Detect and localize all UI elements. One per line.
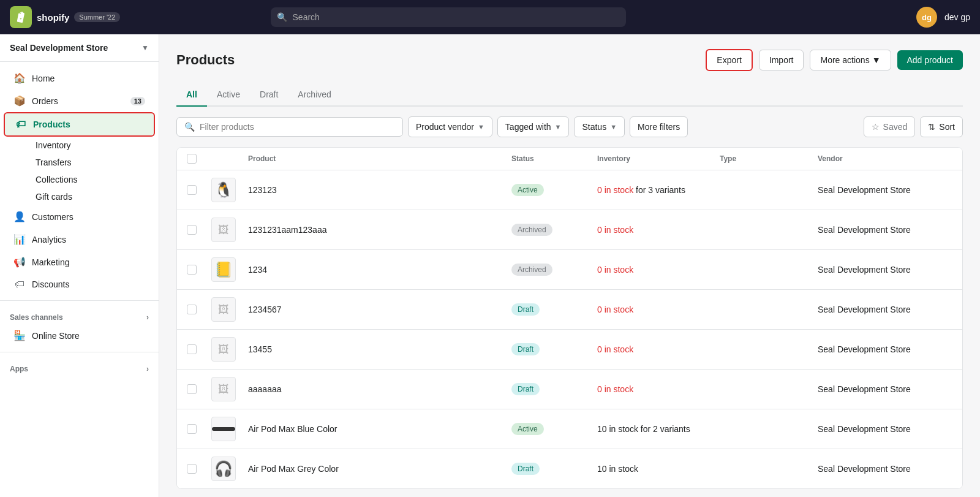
import-button[interactable]: Import	[759, 50, 804, 70]
row-checkbox[interactable]	[187, 384, 197, 394]
store-selector[interactable]: Seal Development Store ▼	[0, 34, 159, 62]
chevron-down-icon: ▼	[141, 44, 149, 52]
sidebar-item-giftcards[interactable]: Gift cards	[26, 188, 159, 205]
sales-channels-header[interactable]: Sales channels ›	[0, 306, 159, 324]
sidebar-item-label: Orders	[32, 96, 58, 106]
saved-button[interactable]: ☆ Saved	[864, 116, 916, 137]
inventory-text: 0 in stock	[597, 305, 720, 314]
sidebar-item-products[interactable]: 🏷 Products	[4, 112, 155, 137]
tabs: All Active Draft Archived	[176, 83, 963, 107]
product-thumbnail: 🎧	[211, 457, 236, 481]
inventory-zero: 0 in stock	[597, 384, 633, 394]
row-checkbox[interactable]	[187, 185, 197, 195]
sidebar-item-label: Home	[32, 74, 55, 83]
products-icon: 🏷	[15, 119, 27, 130]
status-badge: Active	[511, 423, 544, 435]
inventory-zero: 0 in stock	[597, 305, 633, 314]
table-row[interactable]: 🎧 Air Pod Max Grey Color Draft 10 in sto…	[177, 449, 962, 488]
table-row[interactable]: 📒 1234 Archived 0 in stock Seal Developm…	[177, 250, 962, 290]
table-row[interactable]: 🖼 13455 Draft 0 in stock Seal Developmen…	[177, 330, 962, 370]
sidebar-item-transfers[interactable]: Transfers	[26, 154, 159, 171]
product-status: Draft	[511, 383, 597, 395]
online-store-icon: 🏪	[13, 330, 26, 341]
products-table: Product Status Inventory Type Vendor 🐧 1…	[176, 147, 963, 489]
home-icon: 🏠	[13, 72, 26, 84]
chevron-right-icon: ›	[146, 313, 149, 322]
product-name: 1231231aam123aaa	[248, 225, 511, 235]
select-all-checkbox[interactable]	[187, 154, 197, 164]
page-title: Products	[176, 52, 706, 68]
sidebar-item-label: Customers	[32, 212, 74, 222]
export-button[interactable]: Export	[706, 49, 752, 71]
more-filters-label: More filters	[638, 122, 680, 132]
table-row[interactable]: 🖼 1234567 Draft 0 in stock Seal Developm…	[177, 290, 962, 330]
table-row[interactable]: 🖼 1231231aam123aaa Archived 0 in stock S…	[177, 210, 962, 250]
chevron-down-icon-more: ▼	[872, 55, 881, 65]
nav-divider	[0, 300, 159, 301]
sidebar-item-online-store[interactable]: 🏪 Online Store	[4, 324, 155, 347]
filters-row: 🔍 Product vendor ▼ Tagged with ▼ Status …	[176, 116, 963, 137]
filter-products-input[interactable]	[200, 122, 395, 132]
tab-all[interactable]: All	[176, 83, 207, 107]
product-thumbnail: 🖼	[211, 297, 236, 322]
sidebar-item-home[interactable]: 🏠 Home	[4, 67, 155, 89]
sort-button[interactable]: ⇅ Sort	[920, 116, 963, 137]
product-status: Draft	[511, 303, 597, 316]
tab-active[interactable]: Active	[207, 83, 250, 107]
status-badge: Draft	[511, 343, 540, 355]
add-product-button[interactable]: Add product	[897, 50, 963, 70]
placeholder-icon: 🖼	[218, 303, 229, 316]
sidebar-item-customers[interactable]: 👤 Customers	[4, 205, 155, 228]
col-product: Product	[248, 154, 511, 163]
discounts-icon: 🏷	[13, 279, 26, 290]
table-header: Product Status Inventory Type Vendor	[177, 148, 962, 170]
apps-header[interactable]: Apps ›	[0, 357, 159, 376]
table-row[interactable]: 🐧 123123 Active 0 in stock for 3 variant…	[177, 170, 962, 210]
status-label: Status	[582, 122, 606, 132]
row-checkbox[interactable]	[187, 305, 197, 314]
status-filter[interactable]: Status ▼	[574, 116, 625, 137]
shopify-wordmark: shopify	[37, 12, 69, 23]
more-filters-button[interactable]: More filters	[630, 116, 688, 137]
more-actions-button[interactable]: More actions ▼	[810, 50, 891, 70]
marketing-icon: 📢	[13, 256, 26, 268]
row-checkbox[interactable]	[187, 424, 197, 434]
row-checkbox[interactable]	[187, 265, 197, 275]
orders-badge: 13	[130, 97, 145, 105]
user-name: dev gp	[944, 12, 970, 22]
product-name: Air Pod Max Blue Color	[248, 424, 511, 434]
sidebar-item-marketing[interactable]: 📢 Marketing	[4, 251, 155, 273]
tab-draft[interactable]: Draft	[250, 83, 288, 107]
tagged-with-filter[interactable]: Tagged with ▼	[497, 116, 570, 137]
filter-search[interactable]: 🔍	[176, 117, 403, 137]
search-bar[interactable]: 🔍	[271, 7, 626, 27]
inventory-text: 0 in stock	[597, 384, 720, 394]
tagged-with-label: Tagged with	[505, 122, 551, 132]
product-vendor-filter[interactable]: Product vendor ▼	[408, 116, 492, 137]
sidebar-item-label: Discounts	[32, 279, 69, 289]
sidebar-item-analytics[interactable]: 📊 Analytics	[4, 228, 155, 251]
row-checkbox[interactable]	[187, 225, 197, 235]
table-row[interactable]: 🖼 aaaaaaa Draft 0 in stock Seal Developm…	[177, 370, 962, 409]
inventory-text: 10 in stock	[597, 464, 720, 474]
sidebar-item-inventory[interactable]: Inventory	[26, 137, 159, 154]
sub-nav-products: Inventory Transfers Collections Gift car…	[0, 137, 159, 205]
inventory-text: 0 in stock for 3 variants	[597, 185, 720, 195]
product-thumbnail: 🖼	[211, 337, 236, 362]
search-input[interactable]	[271, 7, 626, 27]
row-checkbox[interactable]	[187, 344, 197, 354]
sidebar-item-collections[interactable]: Collections	[26, 171, 159, 188]
store-name: Seal Development Store	[10, 43, 108, 53]
vendor-text: Seal Development Store	[818, 424, 952, 434]
summer-badge: Summer '22	[74, 12, 120, 22]
sidebar-item-label: Online Store	[32, 331, 80, 341]
inventory-zero: 0 in stock	[597, 225, 633, 235]
sidebar-item-discounts[interactable]: 🏷 Discounts	[4, 273, 155, 295]
table-row[interactable]: Air Pod Max Blue Color Active 10 in stoc…	[177, 409, 962, 449]
sidebar-item-label: Analytics	[32, 235, 66, 245]
tab-archived[interactable]: Archived	[288, 83, 341, 107]
apps-label: Apps	[10, 365, 28, 373]
sidebar-item-orders[interactable]: 📦 Orders 13	[4, 89, 155, 112]
analytics-icon: 📊	[13, 233, 26, 245]
row-checkbox[interactable]	[187, 464, 197, 474]
